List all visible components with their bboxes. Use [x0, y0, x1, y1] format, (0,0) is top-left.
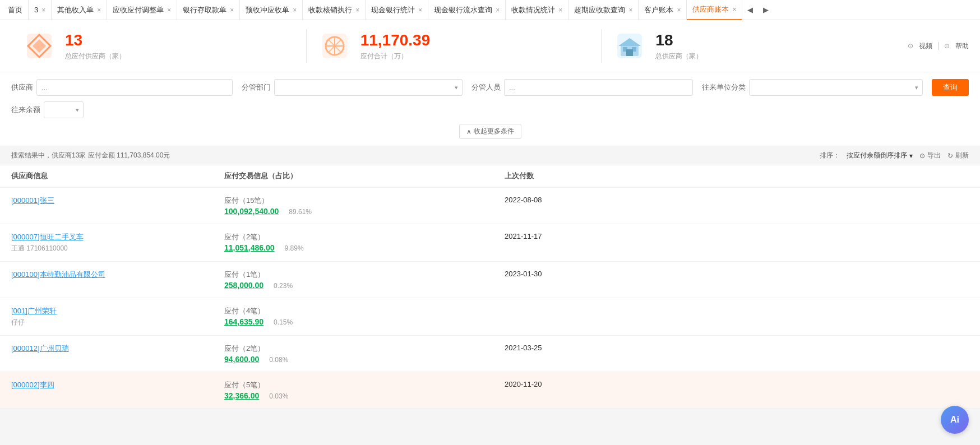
collapse-button[interactable]: ∧ 收起更多条件: [459, 124, 521, 139]
nav-tab-prepay-ar[interactable]: 预收冲应收单 ×: [240, 0, 303, 20]
tx-label-5: 应付（5笔）: [224, 380, 505, 390]
balance-select[interactable]: 选择...: [44, 101, 84, 118]
close-icon[interactable]: ×: [628, 6, 632, 14]
supplier-link-0[interactable]: [000001]张三: [11, 196, 224, 206]
tx-label-1: 应付（2笔）: [224, 232, 505, 242]
tx-row-4: 94,600.00 0.08%: [224, 354, 505, 364]
summary-info-suppliers: 13 总应付供应商（家）: [65, 31, 126, 62]
nav-tab-receipt-verify[interactable]: 收款核销执行 ×: [303, 0, 366, 20]
refresh-icon: ↻: [947, 152, 953, 160]
ai-button[interactable]: Ai: [941, 406, 969, 434]
close-icon[interactable]: ×: [496, 6, 500, 14]
supplier-cell-5: [000002]李四: [11, 380, 224, 390]
nav-tab-other-income[interactable]: 其他收入单 ×: [52, 0, 107, 20]
table-row: [000002]李四 应付（5笔） 32,366.00 0.03% 2020-1…: [0, 372, 980, 409]
supplier-cell-2: [000100]本特勤油品有限公司: [11, 270, 224, 280]
nav-tab-ar-ap-adjust[interactable]: 应收应付调整单 ×: [107, 0, 177, 20]
last-pay-date-5: 2020-11-20: [505, 380, 542, 388]
close-icon[interactable]: ×: [355, 6, 359, 14]
dept-select[interactable]: [274, 79, 463, 96]
close-icon[interactable]: ×: [230, 6, 234, 14]
close-icon[interactable]: ×: [558, 6, 562, 14]
transaction-cell-0: 应付（15笔） 100,092,540.00 89.61%: [224, 196, 505, 216]
tx-label-3: 应付（4笔）: [224, 306, 505, 316]
close-icon[interactable]: ×: [732, 6, 736, 13]
tx-percent-3: 0.15%: [274, 318, 293, 326]
tx-percent-5: 0.03%: [269, 392, 288, 400]
supplier-cell-1: [000007]恒旺二手叉车 王通 17106110000: [11, 232, 224, 253]
nav-tab-customer-ledger[interactable]: 客户账本 ×: [639, 0, 687, 20]
last-pay-date-4: 2021-03-25: [505, 344, 542, 352]
help-links: ⊙ 视频 ⊙ 帮助: [896, 41, 969, 51]
nav-tab-customer-ledger-label: 客户账本: [644, 5, 673, 15]
tx-amount-0[interactable]: 100,092,540.00: [224, 207, 279, 216]
export-button[interactable]: ⊙ 导出: [919, 151, 941, 160]
refresh-button[interactable]: ↻ 刷新: [947, 151, 969, 160]
total-payable-amount-label: 应付合计（万）: [360, 52, 431, 61]
supplier-link-4[interactable]: [000012]广州贝瑞: [11, 344, 224, 354]
table-row: [000007]恒旺二手叉车 王通 17106110000 应付（2笔） 11,…: [0, 224, 980, 262]
total-suppliers-number: 18: [655, 31, 702, 50]
help-link[interactable]: 帮助: [955, 41, 969, 51]
video-link[interactable]: 视频: [919, 41, 932, 51]
filter-row-2: 往来余额 选择... ▾: [11, 101, 969, 118]
total-payable-amount-number: 11,170.39: [360, 31, 431, 50]
dept-select-wrapper: ▾: [274, 79, 463, 96]
nav-tab-overdue-ar[interactable]: 超期应收款查询 ×: [568, 0, 639, 20]
collapse-icon: ∧: [466, 128, 471, 136]
tx-amount-3[interactable]: 164,635.90: [224, 317, 264, 326]
filter-item-person: 分管人员: [471, 79, 693, 96]
person-input[interactable]: [504, 79, 693, 96]
supplier-link-5[interactable]: [000002]李四: [11, 380, 224, 390]
nav-tab-3[interactable]: 3 ×: [29, 0, 52, 20]
tx-percent-1: 9.89%: [285, 244, 304, 252]
nav-tab-cash-bank-flow[interactable]: 现金银行流水查询 ×: [428, 0, 506, 20]
total-payable-suppliers-label: 总应付供应商（家）: [65, 52, 126, 61]
tx-label-2: 应付（1笔）: [224, 270, 505, 280]
tx-row-0: 100,092,540.00 89.61%: [224, 206, 505, 216]
last-pay-date-2: 2023-01-30: [505, 270, 542, 278]
nav-tab-home[interactable]: 首页: [2, 0, 29, 20]
close-icon[interactable]: ×: [293, 6, 297, 14]
col-header-lastpay: 上次付数: [505, 171, 969, 181]
summary-card-total-suppliers: 18 总供应商（家）: [602, 29, 896, 63]
supplier-link-1[interactable]: [000007]恒旺二手叉车: [11, 232, 224, 242]
transaction-cell-3: 应付（4笔） 164,635.90 0.15%: [224, 306, 505, 326]
lastpay-cell-4: 2021-03-25: [505, 344, 969, 352]
tx-percent-4: 0.08%: [269, 356, 288, 364]
summary-card-suppliers: 13 总应付供应商（家）: [11, 29, 307, 63]
close-icon[interactable]: ×: [41, 6, 45, 14]
supplier-input[interactable]: [36, 79, 233, 96]
nav-tab-cash-bank-stat[interactable]: 现金银行统计 ×: [366, 0, 428, 20]
nav-arrow-left[interactable]: ◀: [742, 0, 758, 20]
nav-arrow-right[interactable]: ▶: [758, 0, 774, 20]
total-suppliers-label: 总供应商（家）: [655, 52, 702, 61]
supplier-link-2[interactable]: [000100]本特勤油品有限公司: [11, 270, 224, 280]
close-icon[interactable]: ×: [167, 6, 171, 14]
col-header-supplier: 供应商信息: [11, 171, 224, 181]
category-select[interactable]: [749, 79, 923, 96]
diamond-icon: [22, 29, 56, 63]
nav-tab-bank-deposit[interactable]: 银行存取款单 ×: [177, 0, 240, 20]
filter-item-supplier: 供应商: [11, 79, 233, 96]
nav-tab-cash-bank-flow-label: 现金银行流水查询: [434, 5, 492, 15]
tx-amount-5[interactable]: 32,366.00: [224, 391, 259, 400]
nav-tab-supplier-ledger[interactable]: 供应商账本 ×: [687, 0, 742, 20]
tx-amount-1[interactable]: 11,051,486.00: [224, 243, 275, 252]
results-summary-text: 搜索结果中，供应商13家 应付金额 111,703,854.00元: [11, 151, 170, 160]
search-button[interactable]: 查询: [932, 79, 969, 96]
nav-tab-receipt-stat[interactable]: 收款情况统计 ×: [506, 0, 568, 20]
close-icon[interactable]: ×: [97, 6, 101, 14]
tx-row-3: 164,635.90 0.15%: [224, 316, 505, 326]
lastpay-cell-1: 2021-11-17: [505, 232, 969, 240]
tx-amount-2[interactable]: 258,000.00: [224, 281, 264, 290]
close-icon[interactable]: ×: [677, 6, 681, 14]
supplier-link-3[interactable]: [001]广州荣轩: [11, 306, 224, 316]
close-icon[interactable]: ×: [418, 6, 422, 14]
sort-select[interactable]: 按应付余额倒序排序 ▾: [847, 151, 913, 160]
table-row: [000001]张三 应付（15笔） 100,092,540.00 89.61%…: [0, 188, 980, 224]
last-pay-date-1: 2021-11-17: [505, 232, 542, 240]
tx-amount-4[interactable]: 94,600.00: [224, 355, 259, 364]
balance-select-wrapper: 选择... ▾: [44, 101, 84, 118]
nav-tab-prepay-ar-label: 预收冲应收单: [246, 5, 289, 15]
